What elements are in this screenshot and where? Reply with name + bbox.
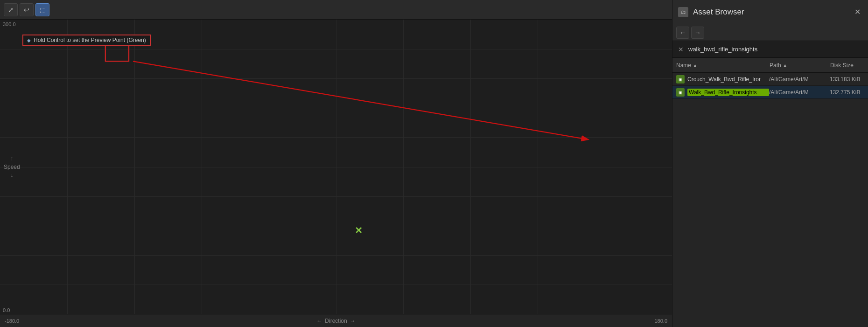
row-icon: ▣ [676,75,685,83]
row-icon: ▣ [676,88,685,97]
table-row[interactable]: ▣ Walk_Bwd_Rifle_Ironsights /All/Game/Ar… [672,86,868,99]
undo-curve-button[interactable]: ↩ [20,3,34,16]
row-size: 133.183 KiB [830,76,864,83]
nav-back-button[interactable]: ← [676,27,689,39]
search-clear-button[interactable]: ✕ [676,45,686,54]
nav-forward-button[interactable]: → [691,27,704,39]
speed-label-area: ↑ Speed ↓ [4,155,20,179]
preview-tooltip: ◆ Hold Control to set the Preview Point … [22,35,151,46]
asset-browser-header: 🗂 Asset Browser ✕ [672,0,868,24]
row-path: /All/Game/Art/M [769,76,830,83]
x-axis-left-label: -180.0 [5,318,19,324]
curve-editor-panel: ⤢ ↩ ⬚ 300.0 [0,0,672,327]
row-name-highlighted: Walk_Bwd_Rifle_Ironsights [687,89,769,96]
search-value-text: walk_bwd_rifle_ironsights [688,46,864,53]
diamond-icon: ◆ [27,38,31,43]
row-name: Crouch_Walk_Bwd_Rifle_Iror [687,76,769,83]
direction-text: Direction [325,318,347,324]
row-size: 132.775 KiB [830,89,864,96]
search-bar: ✕ walk_bwd_rifle_ironsights [672,41,868,58]
table-header: Name ▲ Path ▲ Disk Size [672,58,868,73]
asset-browser-title: Asset Browser [693,7,847,17]
asset-browser-panel: 🗂 Asset Browser ✕ ← → ✕ walk_bwd_rifle_i… [672,0,868,327]
path-sort-arrow-icon: ▲ [783,63,787,68]
column-name-label: Name [676,62,691,69]
speed-up-arrow: ↑ [10,155,13,162]
asset-table-body: ▣ Crouch_Walk_Bwd_Rifle_Iror /All/Game/A… [672,73,868,99]
asset-nav-bar: ← → [672,24,868,41]
column-path-label: Path [770,62,781,69]
direction-left-arrow: ← [316,318,322,324]
column-header-path[interactable]: Path ▲ [770,62,830,69]
grid-vertical [0,20,672,314]
asset-browser-close-button[interactable]: ✕ [852,7,862,17]
column-header-name[interactable]: Name ▲ [676,62,770,69]
select-mode-button[interactable]: ⬚ [35,3,49,16]
curve-toolbar: ⤢ ↩ ⬚ [0,0,672,20]
y-axis-top-label: 300.0 [3,21,16,27]
y-axis-bottom-label: 0.0 [3,307,10,313]
x-axis-right-label: 180.0 [654,318,667,324]
speed-down-arrow: ↓ [10,172,13,179]
table-row[interactable]: ▣ Crouch_Walk_Bwd_Rifle_Iror /All/Game/A… [672,73,868,86]
direction-label: ← Direction → [316,318,355,324]
curve-canvas-area: 300.0 ↑ Speed ↓ ◆ Hold Control to set th… [0,20,672,314]
green-x-marker: ✕ [355,225,363,236]
name-sort-arrow-icon: ▲ [693,63,697,68]
normalize-button[interactable]: ⤢ [4,3,18,16]
tooltip-text: Hold Control to set the Preview Point (G… [34,37,146,43]
speed-label: Speed [4,164,20,170]
asset-browser-icon: 🗂 [678,7,688,17]
direction-right-arrow: → [350,318,356,324]
row-path: /All/Game/Art/M [769,89,830,96]
x-axis-bar: -180.0 ← Direction → 180.0 [0,314,672,327]
column-header-size[interactable]: Disk Size [830,62,864,69]
column-size-label: Disk Size [830,62,854,69]
